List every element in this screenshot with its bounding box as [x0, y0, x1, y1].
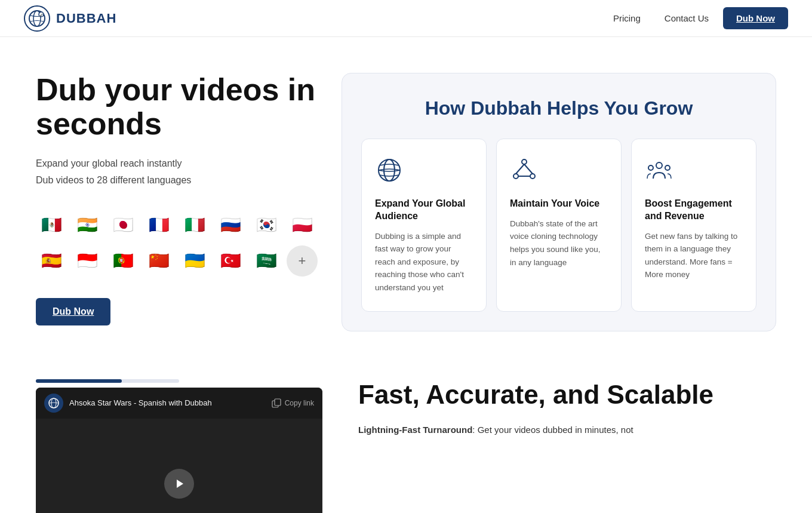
svg-point-14 — [665, 165, 670, 170]
feature-card-voice-body: Dubbah's state of the art voice cloning … — [510, 217, 608, 269]
video-copy-link[interactable]: Copy link — [272, 398, 314, 408]
feature-card-global-body: Dubbing is a simple and fast way to grow… — [375, 230, 473, 294]
flag-sa[interactable]: 🇸🇦 — [251, 245, 282, 277]
feature-card-global: Expand Your Global Audience Dubbing is a… — [361, 139, 487, 312]
flag-es[interactable]: 🇪🇸 — [36, 245, 67, 277]
bottom-section: Ahsoka Star Wars - Spanish with Dubbah C… — [0, 355, 812, 513]
flag-mx[interactable]: 🇲🇽 — [36, 210, 67, 241]
hero-title: Dub your videos in seconds — [36, 73, 318, 141]
feature-card-voice-title: Maintain Your Voice — [510, 198, 608, 210]
flag-pt[interactable]: 🇵🇹 — [107, 245, 139, 277]
video-bar-left: Ahsoka Star Wars - Spanish with Dubbah — [44, 394, 212, 413]
video-avatar — [44, 394, 63, 413]
flags-grid: 🇲🇽 🇮🇳 🇯🇵 🇫🇷 🇮🇹 🇷🇺 🇰🇷 🇵🇱 🇪🇸 🇮🇩 🇵🇹 🇨🇳 🇺🇦 🇹… — [36, 210, 318, 277]
bottom-body: Lightning-Fast Turnaround: Get your vide… — [358, 422, 776, 438]
nav-contact[interactable]: Contact Us — [655, 8, 718, 28]
svg-point-7 — [513, 174, 518, 179]
navbar: 🎤 DUBBAH Pricing Contact Us Dub Now — [0, 0, 812, 37]
flag-id[interactable]: 🇮🇩 — [72, 245, 103, 277]
svg-point-6 — [522, 159, 527, 164]
svg-marker-19 — [177, 480, 183, 488]
flags-row-1: 🇲🇽 🇮🇳 🇯🇵 🇫🇷 🇮🇹 🇷🇺 🇰🇷 🇵🇱 — [36, 210, 318, 241]
flag-ua[interactable]: 🇺🇦 — [179, 245, 210, 277]
feature-card-engagement: Boost Engagement and Revenue Get new fan… — [631, 139, 756, 312]
hero-section: Dub your videos in seconds Expand your g… — [0, 37, 812, 355]
video-body — [36, 419, 322, 513]
play-button[interactable] — [164, 469, 194, 499]
feature-card-engagement-body: Get new fans by talking to them in a lan… — [645, 230, 743, 281]
nav-dub-now-button[interactable]: Dub Now — [723, 7, 788, 29]
flags-row-2: 🇪🇸 🇮🇩 🇵🇹 🇨🇳 🇺🇦 🇹🇷 🇸🇦 + — [36, 245, 318, 277]
globe-icon — [375, 156, 473, 187]
video-bar: Ahsoka Star Wars - Spanish with Dubbah C… — [36, 388, 322, 419]
flag-pl[interactable]: 🇵🇱 — [287, 210, 318, 241]
flag-it[interactable]: 🇮🇹 — [179, 210, 210, 241]
svg-rect-18 — [275, 399, 281, 406]
bottom-right: Fast, Accurate, and Scalable Lightning-F… — [358, 379, 776, 438]
flag-more[interactable]: + — [287, 245, 318, 277]
flag-cn[interactable]: 🇨🇳 — [143, 245, 174, 277]
nav-pricing[interactable]: Pricing — [604, 8, 650, 28]
svg-line-10 — [524, 164, 533, 174]
feature-panel: How Dubbah Helps You Grow Expand Your Gl… — [342, 73, 776, 331]
people-icon — [645, 156, 743, 187]
nav-links: Pricing Contact Us Dub Now — [604, 7, 788, 29]
flag-in[interactable]: 🇮🇳 — [72, 210, 103, 241]
svg-point-5 — [384, 159, 395, 181]
bottom-title: Fast, Accurate, and Scalable — [358, 379, 776, 411]
svg-point-13 — [648, 165, 653, 170]
progress-bar-fill — [36, 379, 122, 383]
svg-line-9 — [516, 164, 524, 174]
feature-card-global-title: Expand Your Global Audience — [375, 198, 473, 223]
feature-cards: Expand Your Global Audience Dubbing is a… — [361, 139, 756, 312]
feature-card-voice: Maintain Your Voice Dubbah's state of th… — [496, 139, 622, 312]
video-player[interactable]: Ahsoka Star Wars - Spanish with Dubbah C… — [36, 388, 322, 513]
progress-bar-area — [36, 379, 179, 383]
flag-fr[interactable]: 🇫🇷 — [143, 210, 174, 241]
svg-point-16 — [51, 398, 56, 408]
feature-card-engagement-title: Boost Engagement and Revenue — [645, 198, 743, 223]
svg-point-12 — [656, 162, 662, 168]
network-icon — [510, 156, 608, 187]
svg-text:🎤: 🎤 — [39, 13, 44, 17]
logo-text: DUBBAH — [56, 11, 116, 26]
flag-jp[interactable]: 🇯🇵 — [107, 210, 139, 241]
bottom-left: Ahsoka Star Wars - Spanish with Dubbah C… — [36, 379, 322, 513]
svg-point-8 — [530, 174, 535, 179]
video-title: Ahsoka Star Wars - Spanish with Dubbah — [69, 398, 212, 407]
hero-dub-now-button[interactable]: Dub Now — [36, 298, 110, 325]
flag-kr[interactable]: 🇰🇷 — [251, 210, 282, 241]
svg-point-15 — [49, 398, 59, 408]
hero-left: Dub your videos in seconds Expand your g… — [36, 73, 318, 325]
svg-point-4 — [379, 159, 400, 181]
logo[interactable]: 🎤 DUBBAH — [24, 5, 116, 32]
feature-heading: How Dubbah Helps You Grow — [361, 97, 756, 119]
flag-ru[interactable]: 🇷🇺 — [215, 210, 246, 241]
hero-subtitle: Expand your global reach instantly Dub v… — [36, 155, 318, 188]
logo-icon: 🎤 — [24, 5, 50, 32]
flag-tr[interactable]: 🇹🇷 — [215, 245, 246, 277]
